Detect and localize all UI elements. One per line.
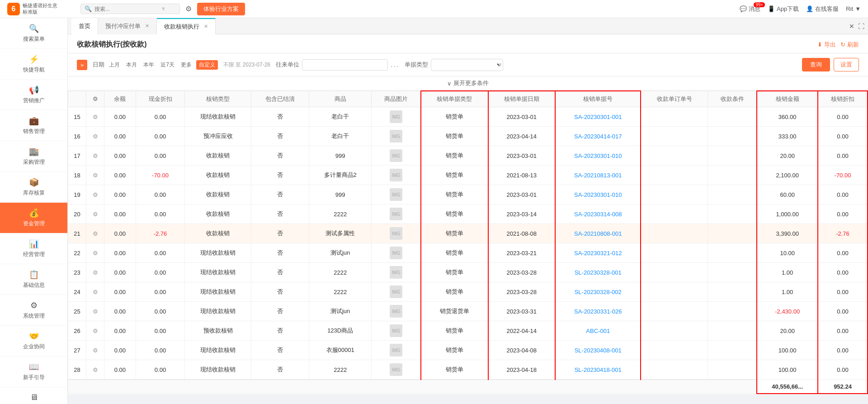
sidebar-item-search[interactable]: 🔍 搜索菜单 (0, 18, 67, 49)
col-settings[interactable]: ⚙ (86, 91, 104, 107)
sidebar-item-basics[interactable]: 📋 基础信息 (0, 264, 67, 295)
cell-cancel-voucher-no[interactable]: SL-20230418-001 (555, 360, 641, 380)
cell-cancel-voucher-no[interactable]: SA-20210813-001 (555, 166, 641, 185)
sidebar-item-marketing[interactable]: 📢 营销推广 (0, 80, 67, 110)
sidebar-item-operations[interactable]: 📊 经营管理 (0, 233, 67, 264)
cell-product-image: IMG (372, 282, 421, 302)
tab-close-all-icon[interactable]: ✕ (849, 23, 854, 30)
cell-settings[interactable]: ⚙ (86, 146, 104, 166)
cell-balance: 0.00 (104, 360, 136, 380)
app-download-button[interactable]: 📱 App下载 (768, 5, 799, 13)
tab-prepay[interactable]: 预付冲应付单 ✕ (98, 18, 157, 34)
cell-settings[interactable]: ⚙ (86, 107, 104, 127)
enterprise-icon: 🤝 (29, 331, 39, 341)
cell-cash-discount: 0.00 (136, 321, 184, 341)
cell-cancel-voucher-type: 销货单 (421, 263, 488, 282)
cell-settings[interactable]: ⚙ (86, 321, 104, 341)
sidebar-item-enterprise[interactable]: 🤝 企业协同 (0, 326, 67, 356)
cell-settings[interactable]: ⚙ (86, 185, 104, 204)
cell-product: 测试jun (309, 302, 371, 321)
cell-cancel-voucher-no[interactable]: SA-20230414-017 (555, 127, 641, 146)
cell-settings[interactable]: ⚙ (86, 282, 104, 302)
cell-include-settled: 否 (251, 204, 309, 224)
filter-voucher-type-select[interactable] (431, 59, 503, 71)
user-menu[interactable]: Rit ▼ (846, 5, 861, 12)
cell-include-settled: 否 (251, 224, 309, 243)
solution-button[interactable]: 体验行业方案 (197, 3, 245, 15)
cell-settings[interactable]: ⚙ (86, 224, 104, 243)
filter-7days-btn[interactable]: 近7天 (159, 60, 176, 70)
cell-receipt-order-no (641, 185, 708, 204)
export-button[interactable]: ⬇ 导出 (817, 41, 836, 49)
cell-cancel-voucher-no[interactable]: SA-20230301-010 (555, 146, 641, 166)
sidebar-item-guide[interactable]: 📖 新手引导 (0, 356, 67, 387)
cell-settings[interactable]: ⚙ (86, 166, 104, 185)
sidebar-item-hardware[interactable]: 🖥 智能硬件 (0, 387, 67, 404)
online-service-button[interactable]: 👤 在线客服 (806, 5, 839, 13)
sidebar-item-finance[interactable]: 💰 资金管理 (0, 203, 67, 233)
tab-fullscreen-icon[interactable]: ⛶ (858, 23, 864, 30)
cell-settings[interactable]: ⚙ (86, 263, 104, 282)
cell-product: 2222 (309, 360, 371, 380)
cell-cancel-voucher-no[interactable]: SA-20210808-001 (555, 224, 641, 243)
cell-product: 2222 (309, 263, 371, 282)
refresh-button[interactable]: ↻ 刷新 (840, 41, 859, 49)
cell-product-image: IMG (372, 204, 421, 224)
filter-this-month-btn[interactable]: 本月 (124, 60, 139, 70)
gear-icon[interactable]: ⚙ (185, 5, 192, 13)
cell-settings[interactable]: ⚙ (86, 360, 104, 380)
filter-last-month-btn[interactable]: 上月 (107, 60, 122, 70)
cell-cancel-voucher-no[interactable]: SA-20230301-010 (555, 185, 641, 204)
filter-dots-btn[interactable]: ... (391, 61, 399, 69)
filter-counterpart-input[interactable] (302, 59, 388, 71)
sidebar-item-sales[interactable]: 💼 销售管理 (0, 110, 67, 141)
cell-balance: 0.00 (104, 127, 136, 146)
sidebar-item-inventory[interactable]: 📦 库存核算 (0, 172, 67, 203)
search-input[interactable] (94, 6, 158, 12)
cell-product: 999 (309, 146, 371, 166)
tab-receipt-close[interactable]: ✕ (204, 24, 208, 29)
cell-row-number: 19 (68, 185, 86, 204)
cell-cancel-voucher-no[interactable]: SL-20230408-001 (555, 341, 641, 360)
cell-cancel-voucher-type: 销货单 (421, 321, 488, 341)
cell-receipt-order-no (641, 127, 708, 146)
cell-cancel-voucher-no[interactable]: SA-20230314-008 (555, 204, 641, 224)
tab-receipt[interactable]: 收款核销执行 ✕ (157, 18, 216, 34)
cell-cash-discount: 0.00 (136, 263, 184, 282)
sidebar-item-label: 资金管理 (23, 220, 45, 228)
filter-custom-date-btn[interactable]: 自定义 (196, 60, 218, 70)
cell-cancel-voucher-no[interactable]: SA-20230331-026 (555, 302, 641, 321)
tab-home[interactable]: 首页 (71, 18, 98, 34)
message-button[interactable]: 💬 消息 99+ (740, 5, 760, 13)
cell-cancel-voucher-no[interactable]: SA-20230301-001 (555, 107, 641, 127)
expand-more-button[interactable]: ∨ 展开更多条件 (447, 79, 489, 87)
tab-prepay-close[interactable]: ✕ (145, 23, 149, 29)
sidebar-item-quick-nav[interactable]: ⚡ 快捷导航 (0, 49, 67, 80)
filter-this-year-btn[interactable]: 本年 (142, 60, 156, 70)
filter-more-date-btn[interactable]: 更多 (179, 60, 193, 70)
sidebar-item-purchase[interactable]: 🏬 采购管理 (0, 141, 67, 172)
settings-button[interactable]: 设置 (834, 58, 859, 71)
cell-settings[interactable]: ⚙ (86, 204, 104, 224)
cell-balance: 0.00 (104, 321, 136, 341)
table-row: 25 ⚙ 0.00 0.00 现结收款核销 否 测试jun IMG 销货退货单 … (68, 302, 868, 321)
cell-settings[interactable]: ⚙ (86, 302, 104, 321)
cell-product: 多计量商品2 (309, 166, 371, 185)
cell-cancel-voucher-no[interactable]: SA-20230321-012 (555, 243, 641, 263)
cell-cancel-voucher-no[interactable]: ABC-001 (555, 321, 641, 341)
cell-balance: 0.00 (104, 146, 136, 166)
sidebar-item-system[interactable]: ⚙ 系统管理 (0, 295, 67, 326)
cell-cancel-voucher-date: 2023-04-08 (488, 341, 556, 360)
cell-row-number: 25 (68, 302, 86, 321)
filter-expand-button[interactable]: » (77, 60, 87, 70)
cell-settings[interactable]: ⚙ (86, 127, 104, 146)
cell-cancel-voucher-type: 销货单 (421, 127, 488, 146)
sidebar-item-label: 企业协同 (23, 343, 45, 351)
cell-settings[interactable]: ⚙ (86, 341, 104, 360)
cell-cancel-voucher-no[interactable]: SL-20230328-001 (555, 263, 641, 282)
query-button[interactable]: 查询 (802, 58, 830, 71)
cell-product-image: IMG (372, 185, 421, 204)
cell-cancel-voucher-no[interactable]: SL-20230328-002 (555, 282, 641, 302)
cell-settings[interactable]: ⚙ (86, 243, 104, 263)
top-search[interactable]: 🔍 ▼ (80, 4, 180, 14)
